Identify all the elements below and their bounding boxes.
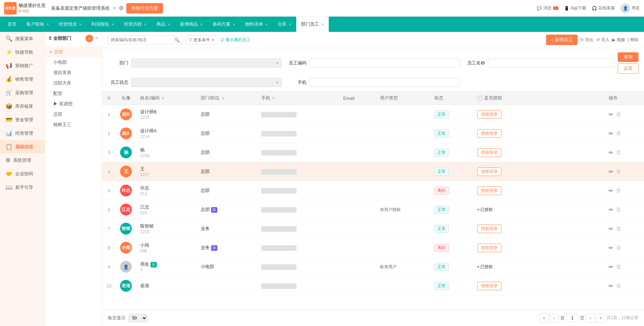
- edit-btn[interactable]: ✏: [609, 264, 613, 270]
- prev-page-btn[interactable]: ‹: [550, 314, 559, 323]
- status-select-wrap[interactable]: [131, 78, 282, 87]
- delete-btn[interactable]: 🗑: [616, 149, 622, 156]
- left-nav-item-销售管理[interactable]: 💰销售管理: [0, 72, 45, 86]
- user-area[interactable]: 👤 用友: [620, 3, 640, 13]
- last-page-btn[interactable]: »: [596, 314, 605, 323]
- dept-collapse-btn[interactable]: «: [95, 35, 98, 42]
- nav-tab-经营情况[interactable]: 经营情况✕: [54, 17, 87, 32]
- nav-tab-客户联络[interactable]: 客户联络✕: [21, 17, 54, 32]
- delete-btn[interactable]: 🗑: [616, 226, 622, 232]
- auth-btn[interactable]: 授权登录: [477, 129, 501, 138]
- left-nav-item-营销推广[interactable]: 📢营销推广: [0, 59, 45, 72]
- delete-btn[interactable]: 🗑: [616, 130, 622, 136]
- edit-btn[interactable]: ✏: [609, 245, 613, 251]
- dept-tree-item[interactable]: 项目库房: [45, 68, 102, 78]
- left-nav-item-资金管理[interactable]: 💳资金管理: [0, 113, 45, 126]
- status-select[interactable]: [131, 78, 282, 87]
- nav-tab-部门员工[interactable]: 部门员工✕: [296, 17, 329, 32]
- tab-close-icon[interactable]: ✕: [233, 23, 235, 26]
- dept-select[interactable]: [131, 59, 282, 68]
- left-nav-item-基础信息[interactable]: 📋基础信息: [0, 140, 45, 153]
- edit-btn[interactable]: ✏: [609, 283, 613, 289]
- auth-btn[interactable]: 授权登录: [477, 186, 501, 195]
- tab-close-icon[interactable]: ✕: [289, 23, 291, 26]
- tab-close-icon[interactable]: ✕: [46, 23, 49, 26]
- dept-tree-item[interactable]: ▶ 双虑想: [45, 99, 102, 109]
- delete-btn[interactable]: 🗑: [616, 245, 622, 251]
- left-nav-item-经营管理[interactable]: 📊经营管理: [0, 126, 45, 140]
- phone-input[interactable]: [309, 78, 460, 87]
- add-dept-btn[interactable]: +: [85, 35, 93, 42]
- help-btn[interactable]: | 帮助: [628, 37, 638, 43]
- auth-btn[interactable]: 授权登录: [477, 224, 501, 233]
- left-nav-item-搜索菜单[interactable]: 🔍搜索菜单: [0, 32, 45, 45]
- auth-btn[interactable]: 授权登录: [477, 282, 501, 290]
- delete-btn[interactable]: 🗑: [616, 168, 622, 175]
- dept-tree-item[interactable]: 总部: [45, 109, 102, 120]
- edit-btn[interactable]: ✏: [609, 226, 613, 232]
- nav-tab-经营历程[interactable]: 经营历程✕: [119, 17, 152, 32]
- settings-icon[interactable]: ⚙: [119, 5, 124, 11]
- page-input[interactable]: [566, 314, 579, 322]
- nav-tab-仓库[interactable]: 仓库✕: [273, 17, 296, 32]
- nav-tab-首页[interactable]: 首页: [3, 17, 21, 32]
- more-filters-btn[interactable]: ▽ 更多条件 ∧: [186, 35, 218, 45]
- export-btn[interactable]: ↻ 导出: [580, 37, 593, 43]
- add-employee-btn[interactable]: + 新增员工: [546, 35, 578, 45]
- left-nav-item-库存核算[interactable]: 📦库存核算: [0, 99, 45, 113]
- delete-btn[interactable]: 🗑: [616, 283, 622, 289]
- delete-btn[interactable]: 🗑: [616, 264, 622, 270]
- edit-btn[interactable]: ✏: [609, 187, 613, 194]
- nav-tab-物料清单[interactable]: 物料清单✕: [240, 17, 273, 32]
- per-page-select[interactable]: 50 100: [128, 314, 147, 322]
- dept-tree-item[interactable]: 配货: [45, 88, 102, 99]
- tab-close-icon[interactable]: ✕: [200, 23, 203, 26]
- show-left-staff-btn[interactable]: ☑ 显示离职员工: [220, 37, 251, 43]
- tab-close-icon[interactable]: ✕: [111, 23, 114, 26]
- delete-btn[interactable]: 🗑: [616, 187, 622, 194]
- auth-btn[interactable]: 授权登录: [477, 148, 501, 157]
- query-btn[interactable]: 查询: [618, 52, 638, 62]
- message-btn[interactable]: 💬 消息 6: [537, 5, 559, 11]
- dept-tree-item[interactable]: 植树王三: [45, 120, 102, 130]
- left-nav-item-企业协同[interactable]: 🤝企业协同: [0, 167, 45, 180]
- dept-select-wrap[interactable]: [131, 59, 282, 68]
- th-phone[interactable]: 手机 ⇅: [257, 91, 339, 105]
- edit-btn[interactable]: ✏: [609, 206, 613, 213]
- dept-tree-item[interactable]: ▼总部: [45, 47, 102, 57]
- online-service-btn[interactable]: 🎧 在线客服: [592, 5, 615, 11]
- edit-btn[interactable]: ✏: [609, 111, 613, 118]
- app-download-btn[interactable]: 📱 App下载: [564, 5, 586, 11]
- set-btn[interactable]: 设置: [618, 63, 638, 74]
- first-page-btn[interactable]: «: [539, 314, 548, 323]
- dept-tree-item[interactable]: 沈阳大库: [45, 78, 102, 88]
- auth-btn[interactable]: 授权登录: [477, 244, 501, 252]
- edit-btn[interactable]: ✏: [609, 130, 613, 137]
- left-nav-item-系统管理[interactable]: ⚙系统管理: [0, 153, 45, 167]
- left-nav-item-新手引导[interactable]: 📖新手引导: [0, 180, 45, 194]
- delete-btn[interactable]: 🗑: [616, 206, 622, 213]
- auth-btn[interactable]: 授权登录: [477, 167, 501, 176]
- view-btn[interactable]: ▶ 视频: [612, 37, 625, 43]
- import-btn[interactable]: ↺ 导入: [596, 37, 609, 43]
- trial-button[interactable]: 体验行业方案: [126, 3, 163, 14]
- tab-close-icon[interactable]: ✕: [144, 23, 147, 26]
- tab-close-icon[interactable]: ✕: [321, 23, 324, 26]
- auth-btn[interactable]: 授权登录: [477, 110, 501, 119]
- dept-tree-item[interactable]: 小电部: [45, 57, 102, 68]
- system-title-dropdown[interactable]: ▼: [112, 6, 116, 10]
- next-page-btn[interactable]: ›: [586, 314, 595, 323]
- delete-btn[interactable]: 🗑: [616, 111, 622, 117]
- tab-close-icon[interactable]: ✕: [79, 23, 82, 26]
- emp-code-input[interactable]: [309, 59, 460, 68]
- tab-close-icon[interactable]: ✕: [265, 23, 268, 26]
- th-name[interactable]: 姓名/编码 ⇅: [136, 91, 197, 105]
- edit-btn[interactable]: ✏: [609, 149, 613, 156]
- tab-close-icon[interactable]: ✕: [167, 23, 170, 26]
- th-dept[interactable]: 部门/职位 ⇅: [197, 91, 257, 105]
- search-input[interactable]: [111, 37, 173, 42]
- left-nav-item-采购管理[interactable]: 🛒采购管理: [0, 86, 45, 99]
- left-nav-item-快捷导航[interactable]: ⚡快捷导航: [0, 45, 45, 59]
- nav-tab-条码方案[interactable]: 条码方案✕: [208, 17, 240, 32]
- nav-tab-利润报告[interactable]: 利润报告✕: [87, 17, 119, 32]
